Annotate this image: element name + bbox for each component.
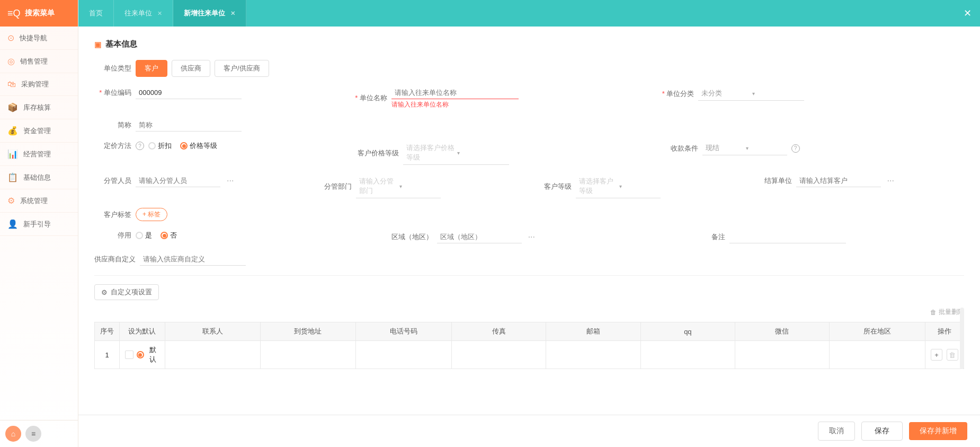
- add-row-button[interactable]: +: [931, 349, 942, 361]
- pricing-discount-radio[interactable]: 折扣: [148, 141, 172, 151]
- unit-name-error: 请输入往来单位名称: [391, 100, 519, 109]
- region-more-icon[interactable]: ···: [526, 232, 537, 242]
- tabbar: 首页 往来单位 ✕ 新增往来单位 ✕ ✕: [78, 0, 980, 27]
- pricing-help-icon[interactable]: ?: [136, 142, 144, 150]
- unit-code-input[interactable]: [136, 86, 242, 99]
- manager-input[interactable]: [136, 174, 220, 187]
- cell-fax[interactable]: [451, 341, 546, 369]
- basic-icon: 📋: [7, 172, 18, 182]
- customer-level-label: 客户等级: [534, 182, 572, 191]
- unit-type-supplier-btn[interactable]: 供应商: [172, 60, 210, 77]
- fax-input[interactable]: [457, 351, 541, 359]
- cell-region[interactable]: [830, 341, 925, 369]
- manager-more-icon[interactable]: ···: [225, 176, 236, 186]
- cell-index: 1: [95, 341, 120, 369]
- price-level-select[interactable]: 请选择客户价格等级 ▾: [403, 141, 509, 165]
- cell-email[interactable]: [546, 341, 641, 369]
- col-email: 邮箱: [546, 322, 641, 341]
- custom-settings-button[interactable]: ⚙ 自定义项设置: [94, 284, 159, 300]
- sidebar-settings-button[interactable]: ≡: [25, 426, 41, 442]
- phone-input[interactable]: [361, 351, 446, 359]
- remark-input[interactable]: [729, 231, 846, 243]
- unit-name-input[interactable]: [391, 86, 519, 99]
- divider: [94, 275, 964, 276]
- pricing-level-radio[interactable]: 价格等级: [180, 141, 217, 151]
- sidebar-item-purchase[interactable]: 🛍 采购管理: [0, 73, 78, 96]
- search-menu-button[interactable]: ≡Q 搜索菜单: [0, 0, 78, 27]
- wechat-input[interactable]: [741, 351, 824, 359]
- tab-partners-label: 往来单位: [124, 8, 152, 18]
- close-all-tabs[interactable]: ✕: [955, 0, 980, 27]
- cell-phone[interactable]: [356, 341, 452, 369]
- customer-level-placeholder: 请选择客户等级: [579, 177, 617, 196]
- batch-delete-button[interactable]: 🗑 批量删除: [930, 308, 964, 317]
- sidebar-item-operations[interactable]: 📊 经营管理: [0, 143, 78, 166]
- sidebar-item-label: 经营管理: [23, 150, 51, 159]
- dept-select[interactable]: 请输入分管部门 ▾: [356, 174, 441, 198]
- col-wechat: 微信: [735, 322, 830, 341]
- search-icon: ≡Q: [7, 8, 21, 19]
- sidebar-item-finance[interactable]: 💰 资金管理: [0, 119, 78, 143]
- row-action-buttons: + 🗑: [931, 349, 958, 361]
- payment-help-icon[interactable]: ?: [791, 144, 800, 153]
- supplier-custom-input[interactable]: [140, 253, 246, 266]
- contact-input[interactable]: [171, 351, 255, 359]
- tab-home[interactable]: 首页: [78, 0, 114, 27]
- dept-arrow-icon: ▾: [399, 183, 438, 189]
- payment-select[interactable]: 现结 ▾: [702, 141, 787, 155]
- sidebar-home-button[interactable]: ⌂: [5, 426, 21, 442]
- cell-contact[interactable]: [165, 341, 260, 369]
- price-level-field: 客户价格等级 请选择客户价格等级 ▾: [358, 141, 661, 165]
- customer-level-select[interactable]: 请选择客户等级 ▾: [576, 174, 661, 198]
- tab-new-partner-close[interactable]: ✕: [230, 10, 235, 17]
- row-default-radio[interactable]: 默认: [137, 345, 159, 364]
- sidebar-item-guide[interactable]: 👤 新手引导: [0, 213, 78, 236]
- settlement-more-icon[interactable]: ···: [885, 176, 896, 186]
- save-button[interactable]: 保存: [861, 422, 903, 441]
- scrollbar[interactable]: [960, 308, 964, 369]
- unit-category-select[interactable]: 未分类 ▾: [698, 86, 804, 101]
- region-table-input[interactable]: [835, 351, 920, 359]
- unit-type-customer-btn[interactable]: 客户: [136, 60, 167, 77]
- region-field: 区域（地区） ···: [391, 231, 667, 243]
- row-checkbox[interactable]: [125, 350, 133, 359]
- email-input[interactable]: [551, 351, 635, 359]
- disabled-yes-radio[interactable]: 是: [136, 231, 152, 240]
- pricing-level-label: 价格等级: [190, 141, 217, 151]
- price-level-label: 客户价格等级: [358, 148, 399, 158]
- tab-new-partner-label: 新增往来单位: [184, 8, 225, 18]
- cell-wechat[interactable]: [735, 341, 830, 369]
- alias-input[interactable]: [136, 119, 242, 132]
- disabled-no-radio[interactable]: 否: [161, 231, 177, 240]
- sidebar-item-sales[interactable]: ◎ 销售管理: [0, 50, 78, 73]
- tab-partners[interactable]: 往来单位 ✕: [114, 0, 173, 27]
- cell-qq[interactable]: [641, 341, 735, 369]
- unit-type-label: 单位类型: [94, 64, 131, 73]
- alias-label: 简称: [94, 120, 131, 130]
- sidebar-item-quick-nav[interactable]: ⊙ 快捷导航: [0, 27, 78, 50]
- sidebar-item-label: 资金管理: [23, 126, 51, 136]
- unit-name-label: 单位名称: [350, 93, 387, 103]
- region-input[interactable]: [437, 231, 522, 243]
- add-tag-button[interactable]: + 标签: [136, 208, 167, 221]
- inventory-icon: 📦: [7, 102, 18, 112]
- tab-new-partner[interactable]: 新增往来单位 ✕: [173, 0, 246, 27]
- table-row: 1 默认: [95, 341, 964, 369]
- settlement-input[interactable]: [796, 174, 881, 187]
- save-new-button[interactable]: 保存并新增: [909, 422, 967, 440]
- unit-type-both-btn[interactable]: 客户/供应商: [215, 60, 269, 77]
- unit-name-field: 单位名称 请输入往来单位名称: [350, 86, 657, 109]
- tab-partners-close[interactable]: ✕: [157, 10, 162, 17]
- address-input[interactable]: [266, 351, 351, 359]
- delete-row-button[interactable]: 🗑: [947, 349, 958, 361]
- alias-row: 简称: [94, 119, 964, 132]
- cancel-button[interactable]: 取消: [818, 422, 855, 441]
- sidebar-item-system[interactable]: ⚙ 系统管理: [0, 189, 78, 213]
- content-area: ▣ 基本信息 单位类型 客户 供应商 客户/供应商 单位编码 单: [78, 27, 980, 415]
- qq-input[interactable]: [646, 351, 729, 359]
- region-label: 区域（地区）: [391, 232, 433, 242]
- table-actions: 🗑 批量删除: [94, 308, 964, 317]
- sidebar-item-basic[interactable]: 📋 基础信息: [0, 166, 78, 189]
- sidebar-item-inventory[interactable]: 📦 库存核算: [0, 96, 78, 119]
- cell-address[interactable]: [260, 341, 356, 369]
